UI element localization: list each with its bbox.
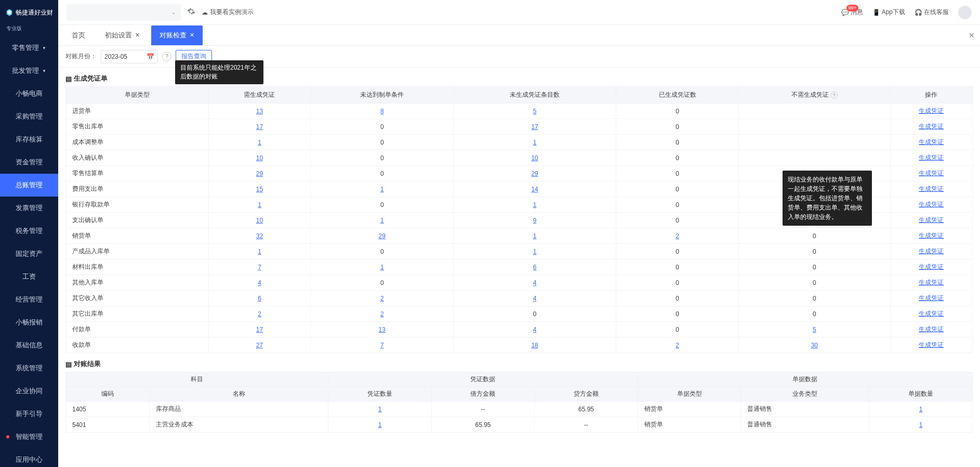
sidebar-item-5[interactable]: 资金管理 (0, 151, 58, 174)
sidebar-item-8[interactable]: 税务管理 (0, 219, 58, 242)
messages-button[interactable]: 💬 消息 99+ (841, 8, 863, 17)
value-link[interactable]: 17 (531, 123, 538, 131)
value-link[interactable]: 4 (533, 326, 537, 333)
value-link[interactable]: 2 (676, 232, 679, 240)
generate-voucher-button[interactable]: 生成凭证 (919, 279, 944, 286)
sidebar-item-9[interactable]: 固定资产 (0, 242, 58, 265)
generate-voucher-button[interactable]: 生成凭证 (919, 185, 944, 192)
value-link[interactable]: 10 (531, 154, 538, 162)
sidebar-item-12[interactable]: 小畅报销 (0, 311, 58, 334)
value-link[interactable]: 1 (533, 232, 537, 240)
sidebar-item-15[interactable]: 企业协同 (0, 380, 58, 403)
value-link[interactable]: 18 (531, 342, 538, 349)
gear-icon[interactable] (187, 7, 195, 17)
tab-1[interactable]: 初始设置✕ (97, 25, 148, 45)
value-link[interactable]: 4 (533, 279, 537, 287)
value-link[interactable]: 5 (813, 326, 816, 333)
info-icon[interactable]: ? (830, 92, 838, 99)
value-link[interactable]: 2 (380, 310, 384, 318)
value-link[interactable]: 1 (533, 201, 537, 209)
value-link[interactable]: 15 (256, 186, 263, 193)
value-link[interactable]: 1 (533, 139, 537, 146)
value-link[interactable]: 17 (256, 326, 263, 333)
value-link[interactable]: 1 (533, 248, 537, 255)
sidebar-item-2[interactable]: 小畅电商 (0, 82, 58, 105)
demo-link[interactable]: ☁ 我要看实例演示 (202, 8, 254, 17)
generate-voucher-button[interactable]: 生成凭证 (919, 248, 944, 255)
value-link[interactable]: 1 (258, 201, 261, 209)
help-icon[interactable]: ? (162, 52, 171, 61)
sidebar-item-6[interactable]: 总账管理 (0, 174, 58, 197)
generate-voucher-button[interactable]: 生成凭证 (919, 123, 944, 130)
value-link[interactable]: 10 (256, 217, 263, 224)
generate-voucher-button[interactable]: 生成凭证 (919, 170, 944, 177)
generate-voucher-button[interactable]: 生成凭证 (919, 232, 944, 239)
sidebar-item-13[interactable]: 基础信息 (0, 334, 58, 357)
value-link[interactable]: 13 (379, 326, 386, 333)
sidebar-item-18[interactable]: 应用中心 (0, 448, 58, 467)
generate-voucher-button[interactable]: 生成凭证 (919, 201, 944, 208)
generate-voucher-button[interactable]: 生成凭证 (919, 310, 944, 317)
value-link[interactable]: 1 (378, 421, 382, 429)
value-link[interactable]: 1 (919, 406, 923, 413)
value-link[interactable]: 29 (256, 170, 263, 177)
value-link[interactable]: 1 (380, 264, 384, 271)
avatar[interactable] (958, 6, 972, 19)
sidebar-item-0[interactable]: 零售管理▼ (0, 36, 58, 59)
value-link[interactable]: 30 (811, 342, 818, 349)
value-link[interactable]: 2 (258, 310, 261, 318)
sidebar-item-11[interactable]: 经营管理 (0, 288, 58, 311)
close-icon[interactable]: ✕ (190, 32, 194, 38)
value-link[interactable]: 6 (258, 295, 261, 302)
value-link[interactable]: 17 (256, 123, 263, 131)
value-link[interactable]: 7 (380, 342, 384, 349)
value-link[interactable]: 29 (531, 170, 538, 177)
generate-voucher-button[interactable]: 生成凭证 (919, 341, 944, 348)
generate-voucher-button[interactable]: 生成凭证 (919, 154, 944, 161)
customer-service-button[interactable]: 🎧 在线客服 (915, 8, 949, 17)
value-link[interactable]: 1 (378, 406, 382, 413)
sidebar-item-3[interactable]: 采购管理 (0, 105, 58, 128)
tab-2[interactable]: 对账检查✕ (151, 25, 203, 45)
value-link[interactable]: 32 (256, 232, 263, 240)
value-link[interactable]: 1 (380, 217, 384, 224)
sidebar-item-10[interactable]: 工资 (0, 265, 58, 288)
generate-voucher-button[interactable]: 生成凭证 (919, 138, 944, 146)
sidebar-item-7[interactable]: 发票管理 (0, 197, 58, 219)
value-link[interactable]: 14 (531, 186, 538, 193)
value-link[interactable]: 10 (256, 154, 263, 162)
sidebar-item-4[interactable]: 库存核算 (0, 128, 58, 151)
close-icon[interactable]: ✕ (135, 32, 140, 38)
value-link[interactable]: 1 (258, 248, 261, 255)
value-link[interactable]: 4 (533, 295, 537, 302)
value-link[interactable]: 5 (533, 108, 537, 115)
value-link[interactable]: 1 (258, 139, 261, 146)
value-link[interactable]: 4 (258, 279, 261, 287)
sidebar-item-16[interactable]: 新手引导 (0, 403, 58, 425)
generate-voucher-button[interactable]: 生成凭证 (919, 216, 944, 224)
tab-0[interactable]: 首页 (63, 25, 94, 45)
value-link[interactable]: 8 (380, 108, 384, 115)
generate-voucher-button[interactable]: 生成凭证 (919, 263, 944, 270)
value-link[interactable]: 9 (533, 217, 537, 224)
sidebar-item-17[interactable]: 智能管理 (0, 425, 58, 448)
headset-icon: 🎧 (915, 9, 922, 16)
close-all-tabs-button[interactable]: ✕ (969, 31, 975, 40)
generate-voucher-button[interactable]: 生成凭证 (919, 326, 944, 333)
value-link[interactable]: 6 (533, 264, 537, 271)
month-input[interactable]: 2023-05 📅 (101, 50, 158, 63)
generate-voucher-button[interactable]: 生成凭证 (919, 107, 944, 114)
app-download-button[interactable]: 📱 App下载 (872, 8, 905, 17)
value-link[interactable]: 1 (380, 186, 384, 193)
value-link[interactable]: 2 (380, 295, 384, 302)
sidebar-item-14[interactable]: 系统管理 (0, 357, 58, 380)
value-link[interactable]: 29 (379, 232, 386, 240)
generate-voucher-button[interactable]: 生成凭证 (919, 294, 944, 302)
value-link[interactable]: 13 (256, 108, 263, 115)
value-link[interactable]: 2 (676, 342, 679, 349)
value-link[interactable]: 1 (919, 421, 923, 429)
company-selector[interactable]: ⌄ (67, 4, 181, 21)
sidebar-item-1[interactable]: 批发管理▼ (0, 59, 58, 82)
value-link[interactable]: 7 (258, 264, 261, 271)
value-link[interactable]: 27 (256, 342, 263, 349)
